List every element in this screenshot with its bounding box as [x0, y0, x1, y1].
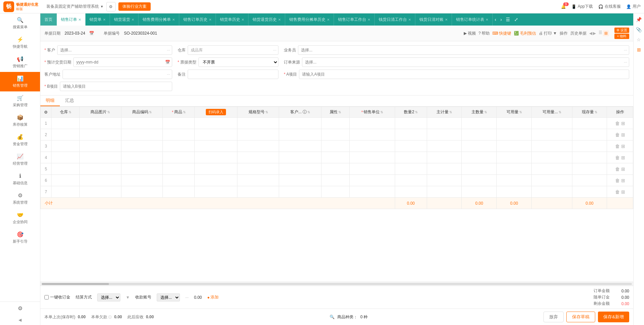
tab-expense-history[interactable]: 销售费用分摊单历史 ✕ [285, 13, 334, 26]
row-delete-btn[interactable]: 🗑 [615, 166, 620, 172]
row-customer-code[interactable] [279, 152, 321, 163]
row-product-code[interactable] [121, 140, 163, 152]
row-attribute[interactable] [321, 163, 349, 175]
tab-maximize-btn[interactable]: ⤢ [512, 13, 520, 26]
next-record-btn[interactable]: ▶ [593, 31, 596, 36]
row-spec[interactable] [237, 129, 279, 140]
row-delete-btn[interactable]: 🗑 [615, 155, 620, 160]
row-delete-btn[interactable]: 🗑 [615, 178, 620, 183]
salesperson-more-btn[interactable]: ··· [624, 48, 627, 52]
sidebar-item-marketing[interactable]: 📢 营销推广 [0, 52, 40, 72]
expected-date-input[interactable] [73, 57, 172, 67]
row-sales-unit[interactable] [349, 118, 395, 129]
row-copy-btn[interactable]: ⊞ [621, 189, 625, 195]
sidebar-item-operation[interactable]: 📈 经营管理 [0, 150, 40, 169]
row-main-qty[interactable] [462, 129, 497, 140]
row-attribute[interactable] [321, 129, 349, 140]
row-product[interactable] [163, 175, 195, 186]
add-material-btn[interactable]: + 物料 [614, 34, 629, 39]
tab-summary[interactable]: 汇总 [60, 95, 79, 106]
tab-return-history[interactable]: 销货退货历史 ✕ [249, 13, 285, 26]
sidebar-item-navigation[interactable]: ⚡ 快捷导航 [0, 33, 40, 52]
row-main-qty[interactable] [462, 118, 497, 129]
row-product[interactable] [163, 163, 195, 175]
row-warehouse[interactable] [51, 140, 80, 152]
payment-method-select[interactable]: 选择... [97, 293, 120, 301]
row-qty2[interactable] [395, 152, 427, 163]
customer-more-btn[interactable]: ··· [167, 48, 170, 52]
save-draft-btn[interactable]: 保存草稿 [566, 312, 595, 322]
tab-home[interactable]: 首页 [40, 13, 57, 26]
row-warehouse[interactable] [51, 175, 80, 186]
warehouse-more-btn[interactable]: ··· [273, 48, 276, 52]
row-qty2[interactable] [395, 186, 427, 198]
calendar-icon[interactable]: 📅 [89, 31, 94, 36]
tab-prev-btn[interactable]: ‹ [493, 13, 498, 26]
row-delete-btn[interactable]: 🗑 [615, 144, 620, 149]
row-spec[interactable] [237, 163, 279, 175]
right-sidebar-qr-btn[interactable]: ⊞ [634, 45, 644, 54]
row-product-code[interactable] [121, 186, 163, 198]
a-project-input[interactable] [299, 70, 629, 79]
tab-cash-workbench[interactable]: 钱货日清工作台 ✕ [375, 13, 415, 26]
tab-close-return-history[interactable]: ✕ [278, 18, 281, 22]
row-copy-btn[interactable]: ⊞ [621, 178, 625, 183]
row-qty2[interactable] [395, 140, 427, 152]
row-product[interactable] [163, 152, 195, 163]
th-settings[interactable]: ⚙ [41, 107, 51, 118]
sidebar-item-basic-info[interactable]: ℹ 基础信息 [0, 169, 40, 189]
row-product[interactable] [163, 186, 195, 198]
preview-btn[interactable]: ▶ 视频 [464, 31, 476, 36]
app-download-btn[interactable]: 📱 App下载 [571, 4, 593, 9]
discard-btn[interactable]: 放弃 [543, 312, 564, 322]
row-copy-btn[interactable]: ⊞ [621, 132, 625, 137]
history-btn[interactable]: 历史单据 [570, 31, 586, 36]
tab-next-btn[interactable]: › [498, 13, 504, 26]
row-sales-unit[interactable] [349, 152, 395, 163]
row-delete-btn[interactable]: 🗑 [615, 189, 620, 195]
tab-close-sales-stat[interactable]: ✕ [486, 18, 488, 22]
row-main-qty[interactable] [462, 152, 497, 163]
notification-badge[interactable]: 🔔 9 [561, 4, 566, 9]
row-delete-btn[interactable]: 🗑 [615, 132, 620, 137]
tab-sales-invoice[interactable]: 销货单 ✕ [85, 13, 110, 26]
tab-sales-stat[interactable]: 销售订单统计表 ✕ [452, 13, 493, 26]
row-sales-unit[interactable] [349, 163, 395, 175]
row-product-code[interactable] [121, 152, 163, 163]
row-attribute[interactable] [321, 140, 349, 152]
row-qty2[interactable] [395, 129, 427, 140]
one-click-payment-checkbox[interactable]: 一键收订金 [44, 294, 70, 300]
row-qty2[interactable] [395, 175, 427, 186]
tab-sales-return[interactable]: 销货退货 ✕ [110, 13, 139, 26]
print-btn[interactable]: 🖨 打印 ▼ [539, 31, 557, 36]
prev-record-btn[interactable]: ◀ [589, 31, 592, 36]
shortcut-btn[interactable]: ⌨ 快捷键 [492, 31, 511, 36]
row-warehouse[interactable] [51, 118, 80, 129]
row-sales-unit[interactable] [349, 186, 395, 198]
profit-btn[interactable]: 💹 毛利预估 [514, 31, 536, 36]
form-view-btn[interactable]: ⊞ [603, 30, 609, 36]
row-sales-unit[interactable] [349, 129, 395, 140]
tab-cash-reconcile[interactable]: 钱货日清对账 ✕ [415, 13, 452, 26]
tab-close-cash-workbench[interactable]: ✕ [408, 18, 411, 22]
online-support-btn[interactable]: 🎧 在线客服 [598, 4, 621, 9]
date-picker-icon[interactable]: 📅 [165, 60, 170, 65]
tab-order-workbench[interactable]: 销售订单工作台 ✕ [334, 13, 375, 26]
tab-sales-expense[interactable]: 销售费用分摊单 ✕ [139, 13, 179, 26]
customer-addr-more-btn[interactable]: ··· [167, 72, 170, 77]
sidebar-item-search[interactable]: 🔍 搜索菜单 [0, 13, 40, 33]
row-warehouse[interactable] [51, 129, 80, 140]
row-qty2[interactable] [395, 118, 427, 129]
sidebar-item-system[interactable]: ⚙ 系统管理 [0, 189, 40, 208]
row-delete-btn[interactable]: 🗑 [615, 121, 620, 126]
right-sidebar-attachment-btn[interactable]: 📎 [634, 25, 644, 34]
row-product[interactable] [163, 129, 195, 140]
row-warehouse[interactable] [51, 152, 80, 163]
tab-sales-order[interactable]: 销售订单 ✕ [57, 13, 85, 26]
row-attribute[interactable] [321, 118, 349, 129]
tab-menu-btn[interactable]: ☰ [504, 13, 512, 26]
row-main-qty[interactable] [462, 186, 497, 198]
settings-btn[interactable]: ⚙ [106, 2, 116, 11]
salesperson-input[interactable] [298, 45, 629, 55]
b-project-input[interactable] [60, 82, 172, 91]
